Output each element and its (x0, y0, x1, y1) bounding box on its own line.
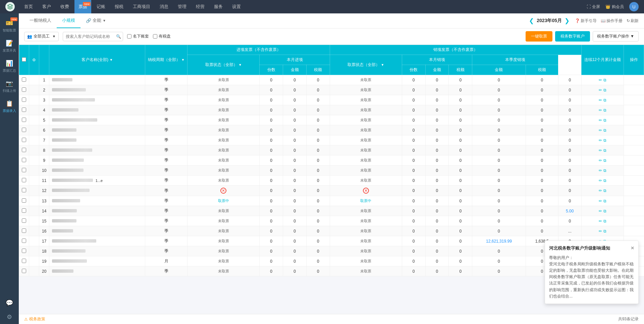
edit-icon[interactable]: ✏ (599, 88, 602, 92)
nav-tax[interactable]: 报税 (111, 0, 127, 13)
edit-icon[interactable]: ✏ (599, 98, 602, 103)
search-icon[interactable]: 🔍 (116, 34, 121, 39)
nav-accounting[interactable]: 记账 (93, 0, 109, 13)
row-check-13[interactable] (22, 208, 26, 213)
row-client-name[interactable] (49, 95, 145, 105)
select-all-checkbox[interactable] (22, 57, 26, 62)
row-client-name[interactable] (49, 186, 145, 196)
client-filter-icon[interactable]: ▼ (109, 58, 113, 62)
edit-icon[interactable]: ✏ (599, 158, 602, 163)
nav-client[interactable]: 客户 (38, 0, 55, 13)
new-guide-btn[interactable]: ❓ 新手引导 (575, 18, 597, 24)
notification-close-btn[interactable]: ✕ (631, 245, 634, 252)
sidebar-item-scan-upload[interactable]: 📷 扫描上传 (0, 76, 19, 96)
edit-icon[interactable]: ✏ (599, 138, 602, 143)
refresh-btn[interactable]: ↻ 刷新 (627, 18, 639, 24)
row-client-name[interactable] (49, 125, 145, 135)
row-check-2[interactable] (22, 98, 26, 102)
row-client-name[interactable] (49, 196, 145, 206)
nav-operation[interactable]: 经营 (192, 0, 209, 13)
edit-icon[interactable]: ✏ (599, 78, 602, 82)
nav-fee[interactable]: 收费 (56, 0, 73, 13)
copy-icon[interactable]: ⧉ (603, 108, 606, 113)
copy-icon[interactable]: ⧉ (603, 168, 606, 173)
sidebar-item-smart-ticket[interactable]: new 🎫 智能取票 (0, 16, 19, 36)
row-client-name[interactable] (49, 75, 145, 85)
row-client-name[interactable] (49, 236, 145, 246)
manual-btn[interactable]: 📖 操作手册 (601, 18, 623, 24)
row-client-name[interactable] (49, 206, 145, 216)
row-check-7[interactable] (22, 148, 26, 152)
copy-icon[interactable]: ⧉ (603, 229, 606, 234)
edit-icon[interactable]: ✏ (599, 229, 602, 234)
row-check-8[interactable] (22, 158, 26, 162)
has-tax-checkbox[interactable]: 有税盘 (153, 34, 171, 39)
nav-settings[interactable]: 设置 (228, 0, 245, 13)
row-client-name[interactable] (49, 115, 145, 125)
edit-icon[interactable]: ✏ (599, 108, 602, 113)
row-check-4[interactable] (22, 118, 26, 122)
sidebar-item-bottom2[interactable]: ⚙ (0, 310, 19, 324)
row-check-16[interactable] (22, 239, 26, 243)
period-prev-btn[interactable]: ❮ (529, 17, 534, 24)
copy-icon[interactable]: ⧉ (603, 209, 606, 213)
nav-manage[interactable]: 管理 (174, 0, 191, 13)
row-client-name[interactable] (49, 105, 145, 115)
tax-digital-op-btn[interactable]: 税务数字账户操作 ▼ (593, 31, 639, 42)
row-check-11[interactable] (22, 188, 26, 192)
row-check-19[interactable] (22, 269, 26, 273)
edit-icon[interactable]: ✏ (599, 209, 602, 213)
row-check-9[interactable] (22, 168, 26, 172)
edit-icon[interactable]: ✏ (599, 199, 602, 203)
tax-period-filter-icon[interactable]: ▼ (181, 58, 184, 62)
tax-digital-btn[interactable]: 税务数字账户 (555, 31, 590, 42)
nav-ticket[interactable]: 票据 new (74, 0, 91, 13)
get-status-in-filter[interactable]: ▼ (238, 63, 242, 67)
down-account-checkbox[interactable]: 名下账套 (127, 34, 149, 39)
edit-icon[interactable]: ✏ (599, 118, 602, 123)
employee-filter[interactable]: 👥 全部员工 ▼ (24, 32, 59, 41)
edit-icon[interactable]: ✏ (599, 148, 602, 153)
nav-service[interactable]: 服务 (210, 0, 227, 13)
copy-icon[interactable]: ⧉ (603, 188, 606, 193)
one-key-ticket-btn[interactable]: 一键取票 (526, 31, 552, 42)
row-check-12[interactable] (22, 198, 26, 203)
get-status-out-filter[interactable]: ▼ (381, 63, 384, 67)
fullscreen-btn[interactable]: ⛶ 全屏 (587, 4, 600, 10)
row-check-3[interactable] (22, 108, 26, 112)
user-avatar[interactable]: U (629, 2, 639, 11)
row-client-name[interactable] (49, 166, 145, 176)
edit-icon[interactable]: ✏ (599, 168, 602, 173)
row-client-name[interactable] (49, 155, 145, 166)
row-check-17[interactable] (22, 249, 26, 253)
copy-icon[interactable]: ⧉ (603, 98, 606, 103)
edit-icon[interactable]: ✏ (599, 219, 602, 223)
row-client-name[interactable]: 1...e (49, 176, 145, 186)
subnav-all-capable[interactable]: 🔗 全能 ▼ (80, 13, 111, 28)
row-client-name[interactable] (49, 85, 145, 95)
row-client-name[interactable] (49, 216, 145, 226)
vip-btn[interactable]: 👑 购会员 (605, 4, 624, 10)
copy-icon[interactable]: ⧉ (603, 138, 606, 143)
row-client-name[interactable] (49, 256, 145, 266)
client-search-input[interactable] (63, 32, 123, 41)
nav-message[interactable]: 消息 (156, 0, 172, 13)
row-client-name[interactable] (49, 246, 145, 256)
nav-business[interactable]: 工商项目 (129, 0, 154, 13)
sidebar-item-ticket-entry[interactable]: 📋 票据录入 (0, 96, 19, 117)
edit-icon[interactable]: ✏ (599, 128, 602, 133)
row-check-10[interactable] (22, 178, 26, 182)
copy-icon[interactable]: ⧉ (603, 78, 606, 82)
sidebar-item-bottom1[interactable]: 💬 (0, 296, 19, 310)
tax-policy-link[interactable]: ⚠ 税务政策 (24, 316, 45, 322)
row-client-name[interactable] (49, 135, 145, 145)
copy-icon[interactable]: ⧉ (603, 118, 606, 123)
period-next-btn[interactable]: ❯ (565, 17, 570, 24)
row-check-5[interactable] (22, 128, 26, 132)
row-check-6[interactable] (22, 138, 26, 142)
row-check-1[interactable] (22, 87, 26, 92)
copy-icon[interactable]: ⧉ (603, 148, 606, 153)
down-account-check[interactable] (127, 34, 131, 39)
row-client-name[interactable] (49, 145, 145, 155)
sidebar-item-invoice-open[interactable]: 📝 发票开具 (0, 36, 19, 56)
